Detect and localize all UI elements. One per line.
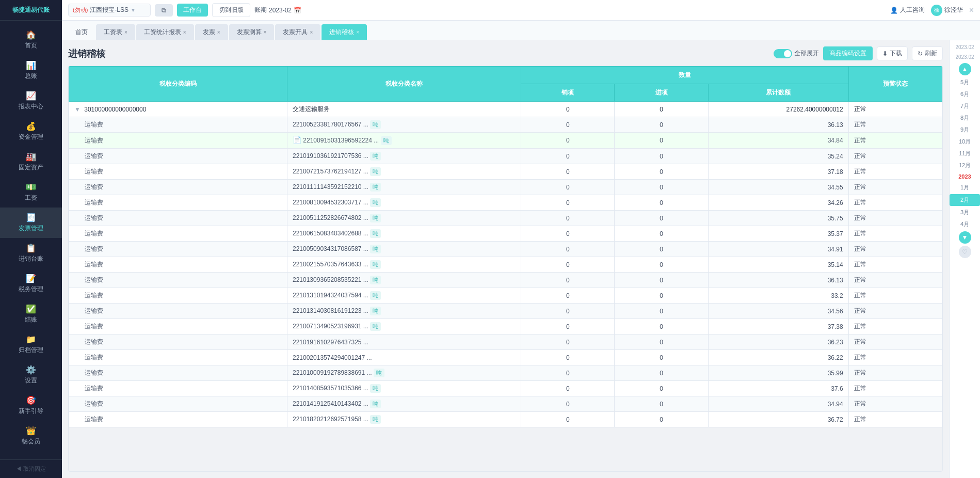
cell-cumulative: 35.99 (708, 365, 848, 381)
tag-pill: 吨 (370, 400, 381, 408)
cell-sale: 0 (521, 412, 615, 427)
cell-tax-code: 运输费 (69, 257, 287, 273)
sidebar-item-tax[interactable]: 📝 税务管理 (0, 268, 62, 299)
invoice-number: 221019103619217075​36 ... (293, 152, 368, 160)
cell-cumulative: 36.13 (708, 117, 848, 133)
cell-purchase: 0 (615, 319, 708, 334)
right-panel-month-12[interactable]: 12月 (950, 160, 980, 171)
tab-payroll-stats[interactable]: 工资统计报表 × (136, 24, 194, 40)
workbench-btn[interactable]: 工作台 (177, 4, 208, 17)
sidebar-item-reports[interactable]: 📈 报表中心 (0, 86, 62, 116)
cell-status: 正常 (848, 381, 942, 396)
sidebar-item-label: 税务管理 (19, 285, 43, 294)
switch-old-btn[interactable]: 切到旧版 (212, 3, 250, 17)
cell-sale: 0 (521, 102, 615, 117)
settings-btn[interactable]: 商品编码设置 (823, 46, 873, 60)
right-panel-month-8[interactable]: 8月 (950, 112, 980, 124)
sidebar-item-assets[interactable]: 🏭 固定资产 (0, 147, 62, 177)
sidebar-item-member[interactable]: 👑 畅会员 (0, 421, 62, 451)
tag-pill: 吨 (370, 245, 381, 253)
cell-status: 正常 (848, 180, 942, 195)
tab-invoice-close[interactable]: × (217, 29, 220, 35)
table-row: 运输费221005233817801765​67 ... 吨0036.13正常 (69, 117, 942, 133)
sidebar-item-sales[interactable]: 📋 进销台账 (0, 238, 62, 268)
calendar-icon[interactable]: 📅 (294, 7, 301, 14)
sidebar-item-invoices[interactable]: 🧾 发票管理 (0, 208, 62, 238)
tab-home[interactable]: 首页 (68, 25, 95, 40)
cell-purchase: 0 (615, 102, 708, 117)
sidebar-item-settlement[interactable]: ✅ 结账 (0, 299, 62, 329)
tab-reconcile-close[interactable]: × (356, 29, 359, 35)
cell-sale: 0 (521, 365, 615, 381)
expand-icon[interactable]: ▼ (74, 106, 81, 113)
sidebar-item-label: 总账 (25, 72, 37, 81)
cell-status: 正常 (848, 257, 942, 273)
tab-invoice-calc[interactable]: 发票测算 × (229, 24, 275, 40)
refresh-btn[interactable]: ↻ 刷新 (912, 46, 943, 60)
cell-tax-name: 221005090343170865​87 ... 吨 (287, 242, 521, 257)
expand-all-toggle[interactable]: 全部展开 (774, 49, 819, 58)
cell-status: 正常 (848, 288, 942, 304)
close-window-btn[interactable]: × (969, 6, 974, 15)
sidebar-item-guide[interactable]: 🎯 新手引导 (0, 390, 62, 421)
right-panel-month-7[interactable]: 7月 (950, 100, 980, 112)
cell-cumulative: 34.55 (708, 180, 848, 195)
tag-pill: 吨 (370, 183, 381, 192)
tab-payroll-stats-close[interactable]: × (183, 29, 186, 35)
user-profile[interactable]: 徐 徐泾华 (931, 5, 963, 16)
right-panel-month-3[interactable]: 3月 (950, 206, 980, 218)
tag-pill: 吨 (370, 291, 381, 300)
right-panel-month-1[interactable]: 1月 (950, 182, 980, 194)
tab-invoice-issue-close[interactable]: × (310, 29, 313, 35)
download-btn[interactable]: ⬇ 下载 (877, 46, 908, 60)
settings-icon: ⚙️ (26, 365, 36, 375)
right-panel-year-2023[interactable]: 2023 (950, 171, 980, 182)
right-panel-month-2-active[interactable]: 2月 (950, 194, 980, 206)
cell-sale: 0 (521, 288, 615, 304)
tab-reconcile[interactable]: 进销稽核 × (322, 24, 367, 40)
cell-sale: 0 (521, 242, 615, 257)
company-selector[interactable]: (勿动) 江西报宝-LSS ▼ (68, 4, 151, 17)
scroll-down-btn[interactable]: ▼ (959, 231, 971, 244)
col-quantity-group: 数量 (521, 67, 848, 84)
cell-cumulative: 37.38 (708, 319, 848, 334)
right-panel-month-10[interactable]: 10月 (950, 136, 980, 148)
cell-status: 正常 (848, 273, 942, 288)
tab-invoice-issue[interactable]: 发票开具 × (275, 24, 320, 40)
cell-cumulative: 36.22 (708, 350, 848, 365)
invoice-number: 221019161029764373​25 ... (293, 339, 368, 346)
cell-purchase: 0 (615, 133, 708, 149)
payroll-icon: 💵 (26, 182, 36, 192)
table-row: 运输费221013101943240375​94 ... 吨0033.2正常 (69, 288, 942, 304)
right-panel-month-11[interactable]: 11月 (950, 148, 980, 160)
user-avatar: 徐 (931, 5, 942, 16)
cell-purchase: 0 (615, 396, 708, 412)
sidebar-item-archive[interactable]: 📁 归档管理 (0, 329, 62, 360)
right-panel-month-6[interactable]: 6月 (950, 88, 980, 100)
favorite-btn[interactable]: ♡ (959, 246, 971, 258)
tab-invoice[interactable]: 发票 × (195, 24, 228, 40)
sidebar-item-funds[interactable]: 💰 资金管理 (0, 116, 62, 147)
right-panel-month-4[interactable]: 4月 (950, 218, 980, 230)
right-panel-month-9[interactable]: 9月 (950, 124, 980, 136)
tab-payroll[interactable]: 工资表 × (96, 24, 135, 40)
toggle-switch[interactable] (774, 49, 792, 58)
doc-icon[interactable]: 📄 (293, 136, 301, 144)
sidebar-item-label: 结账 (25, 315, 37, 324)
sidebar-item-ledger[interactable]: 📊 总账 (0, 55, 62, 86)
download-icon: ⬇ (882, 50, 888, 57)
copy-btn[interactable]: ⧉ (155, 4, 173, 17)
right-panel-month-5[interactable]: 5月 (950, 76, 980, 88)
scroll-up-btn[interactable]: ▲ (959, 63, 971, 75)
sidebar-item-home[interactable]: 🏠 首页 (0, 25, 62, 55)
sidebar-item-payroll[interactable]: 💵 工资 (0, 177, 62, 208)
tag-pill: 吨 (370, 152, 381, 161)
sidebar-item-settings[interactable]: ⚙️ 设置 (0, 360, 62, 390)
cell-status: 正常 (848, 226, 942, 242)
help-btn[interactable]: 👤 人工咨询 (890, 6, 925, 14)
tab-invoice-calc-close[interactable]: × (264, 29, 267, 35)
sidebar-item-label: 固定资产 (19, 163, 43, 172)
sidebar-collapse-btn[interactable]: ◀ 取消固定 (0, 459, 62, 478)
tab-payroll-close[interactable]: × (124, 29, 127, 35)
page-content: 进销稽核 全部展开 商品编码设置 ⬇ 下载 ↻ 刷新 (62, 40, 980, 478)
